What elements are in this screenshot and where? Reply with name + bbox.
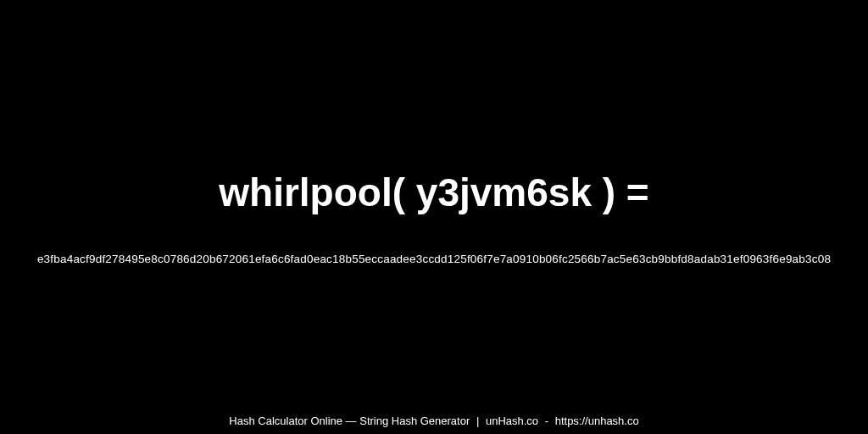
footer-separator-dash: -: [545, 415, 548, 427]
hash-output-value: e3fba4acf9df278495e8c0786d20b672061efa6c…: [37, 253, 831, 265]
main-content: whirlpool( y3jvm6sk ) = e3fba4acf9df2784…: [0, 0, 868, 434]
footer-title: Hash Calculator Online — String Hash Gen…: [229, 415, 470, 427]
footer: Hash Calculator Online — String Hash Gen…: [0, 415, 868, 427]
footer-url: https://unhash.co: [555, 415, 639, 427]
hash-expression-heading: whirlpool( y3jvm6sk ) =: [219, 170, 648, 215]
footer-site-name: unHash.co: [486, 415, 538, 427]
footer-separator-pipe: |: [476, 415, 479, 427]
